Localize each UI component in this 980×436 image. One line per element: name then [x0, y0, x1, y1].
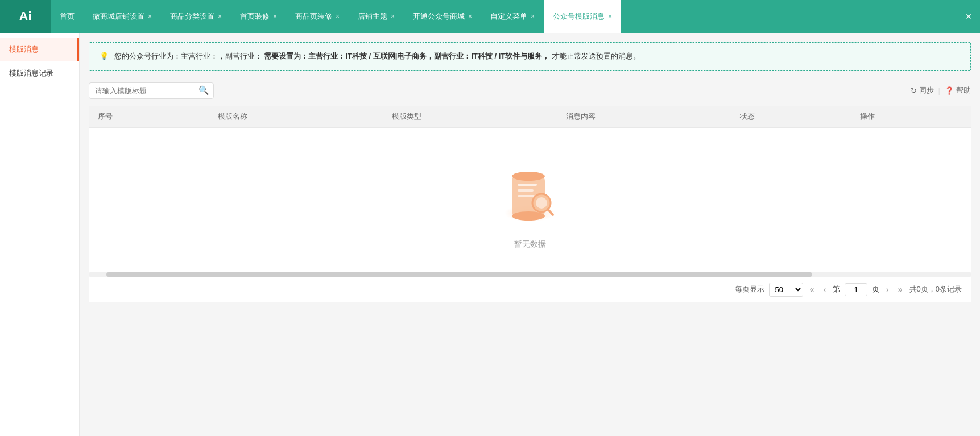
close-tab-homepage-icon[interactable]: ×: [273, 13, 277, 20]
scrollbar-track[interactable]: [89, 272, 971, 277]
sidebar: 模版消息模版消息记录: [0, 33, 80, 436]
close-tab-theme-icon[interactable]: ×: [391, 13, 395, 20]
nav-tabs: 首页微商城店铺设置×商品分类设置×首页装修×商品页装修×店铺主题×开通公众号商城…: [51, 0, 957, 33]
svg-rect-4: [518, 184, 537, 186]
nav-tab-productpage[interactable]: 商品页装修×: [286, 0, 349, 33]
notice-box: 💡 您的公众号行业为：主营行业：，副营行业： 需要设置为：主营行业：IT科技 /…: [89, 42, 971, 71]
help-button[interactable]: ❓ 帮助: [945, 85, 971, 95]
sync-button[interactable]: ↻ 同步: [911, 85, 934, 95]
prev-page-button[interactable]: ‹: [821, 284, 828, 295]
next-page-button[interactable]: ›: [884, 284, 891, 295]
search-input[interactable]: [89, 82, 214, 99]
divider: |: [938, 86, 940, 95]
notice-icon: 💡: [100, 52, 109, 60]
nav-tab-custommenu[interactable]: 自定义菜单×: [481, 0, 544, 33]
col-type: 模版类型: [383, 106, 557, 128]
svg-rect-5: [518, 189, 534, 192]
empty-state: 暂无数据: [89, 128, 971, 272]
nav-tab-weshop[interactable]: 微商城店铺设置×: [84, 0, 161, 33]
nav-tab-homepage[interactable]: 首页装修×: [231, 0, 286, 33]
col-index: 序号: [89, 106, 209, 128]
nav-tab-templatemsg[interactable]: 公众号模版消息×: [544, 0, 621, 33]
page-suffix: 页: [872, 284, 879, 294]
close-all-tabs-button[interactable]: ×: [957, 0, 980, 33]
col-content: 消息内容: [557, 106, 731, 128]
svg-point-2: [512, 172, 545, 181]
close-tab-templatemsg-icon[interactable]: ×: [608, 13, 612, 20]
empty-illustration: [496, 162, 564, 230]
pagination: 每页显示 102050100 « ‹ 第 页 › » 共0页，0条记录: [89, 277, 971, 302]
total-info: 共0页，0条记录: [909, 284, 962, 294]
close-tab-custommenu-icon[interactable]: ×: [531, 13, 535, 20]
nav-tab-theme[interactable]: 店铺主题×: [349, 0, 404, 33]
table-header: 序号模版名称模版类型消息内容状态操作: [89, 106, 971, 128]
nav-tab-home[interactable]: 首页: [51, 0, 84, 33]
page-number-input[interactable]: [845, 283, 867, 296]
search-left: 🔍: [89, 82, 214, 99]
col-action: 操作: [851, 106, 971, 128]
nav-tab-category[interactable]: 商品分类设置×: [161, 0, 231, 33]
close-tab-weshop-icon[interactable]: ×: [148, 13, 152, 20]
notice-suffix: 才能正常发送预置的消息。: [552, 52, 640, 60]
svg-point-8: [536, 197, 547, 209]
data-table: 序号模版名称模版类型消息内容状态操作: [89, 106, 971, 128]
notice-prefix: 您的公众号行业为：主营行业：，副营行业：: [114, 52, 262, 60]
search-button[interactable]: 🔍: [199, 85, 209, 95]
sync-icon: ↻: [911, 86, 917, 95]
notice-highlight: 需要设置为：主营行业：IT科技 / 互联网|电子商务，副营行业：IT科技 / I…: [264, 52, 549, 60]
close-tab-mall-icon[interactable]: ×: [468, 13, 472, 20]
help-icon: ❓: [945, 86, 954, 95]
search-input-wrap: 🔍: [89, 82, 214, 99]
top-nav: Ai 首页微商城店铺设置×商品分类设置×首页装修×商品页装修×店铺主题×开通公众…: [0, 0, 980, 33]
empty-text: 暂无数据: [514, 239, 546, 250]
svg-rect-6: [518, 195, 535, 197]
page-size-select[interactable]: 102050100: [769, 283, 803, 297]
main-content: 💡 您的公众号行业为：主营行业：，副营行业： 需要设置为：主营行业：IT科技 /…: [80, 33, 980, 436]
search-bar: 🔍 ↻ 同步 | ❓ 帮助: [89, 82, 971, 99]
col-status: 状态: [731, 106, 851, 128]
svg-point-3: [512, 211, 545, 221]
last-page-button[interactable]: »: [896, 284, 905, 295]
close-tab-productpage-icon[interactable]: ×: [336, 13, 340, 20]
table-header-row: 序号模版名称模版类型消息内容状态操作: [89, 106, 971, 128]
page-body: 模版消息模版消息记录 💡 您的公众号行业为：主营行业：，副营行业： 需要设置为：…: [0, 33, 980, 436]
sidebar-item-template-msg-record[interactable]: 模版消息记录: [0, 61, 79, 85]
app-logo: Ai: [0, 0, 51, 33]
scrollbar-thumb[interactable]: [106, 272, 812, 277]
nav-tab-mall[interactable]: 开通公众号商城×: [404, 0, 481, 33]
page-size-label: 每页显示: [735, 284, 764, 294]
sidebar-item-template-msg[interactable]: 模版消息: [0, 38, 79, 61]
search-right: ↻ 同步 | ❓ 帮助: [911, 85, 971, 95]
close-tab-category-icon[interactable]: ×: [218, 13, 222, 20]
col-name: 模版名称: [209, 106, 383, 128]
first-page-button[interactable]: «: [808, 284, 817, 295]
page-label: 第: [833, 284, 840, 294]
